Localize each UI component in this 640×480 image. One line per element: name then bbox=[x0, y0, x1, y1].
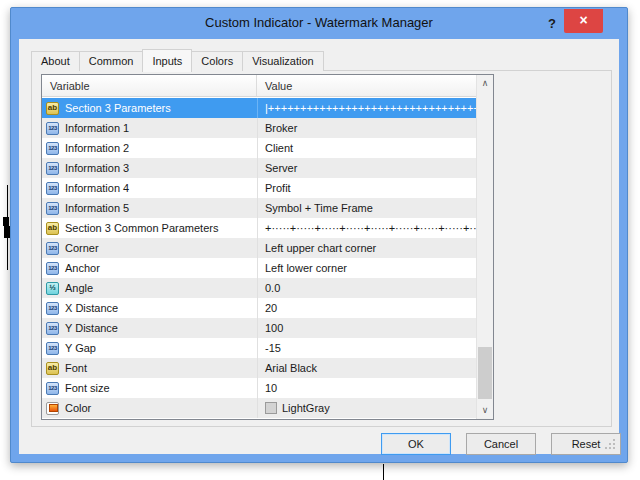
table-row[interactable]: 123 X Distance 20 bbox=[42, 298, 476, 318]
table-header: Variable Value bbox=[42, 75, 476, 97]
table-row[interactable]: 123 Font size 10 bbox=[42, 378, 476, 398]
variable-label: Font bbox=[65, 362, 87, 374]
variable-label: Information 5 bbox=[65, 202, 129, 214]
table-row[interactable]: 123 Information 3 Server bbox=[42, 158, 476, 178]
string-param-icon: ab bbox=[46, 362, 59, 375]
value-label: 20 bbox=[265, 302, 277, 314]
table-row[interactable]: 123 Corner Left upper chart corner bbox=[42, 238, 476, 258]
scroll-down-icon[interactable]: ∨ bbox=[477, 402, 493, 419]
variable-cell: 123 Y Distance bbox=[42, 318, 257, 338]
string-param-icon: ab bbox=[46, 222, 59, 235]
number-param-icon: 123 bbox=[46, 142, 59, 155]
table-row[interactable]: 123 Information 2 Client bbox=[42, 138, 476, 158]
help-icon[interactable]: ? bbox=[541, 11, 563, 36]
table-row[interactable]: 123 Information 5 Symbol + Time Frame bbox=[42, 198, 476, 218]
variable-cell: 123 Information 5 bbox=[42, 198, 257, 218]
value-cell: Server bbox=[257, 158, 476, 178]
variable-label: Information 1 bbox=[65, 122, 129, 134]
variable-label: Anchor bbox=[65, 262, 100, 274]
table-row[interactable]: ab Section 3 Common Parameters +·····+··… bbox=[42, 218, 476, 238]
table-row[interactable]: 123 Anchor Left lower corner bbox=[42, 258, 476, 278]
value-label: Server bbox=[265, 162, 297, 174]
table-row[interactable]: 123 Y Gap -15 bbox=[42, 338, 476, 358]
value-label: Left upper chart corner bbox=[265, 242, 376, 254]
table-row[interactable]: Color LightGray bbox=[42, 398, 476, 418]
value-label: Left lower corner bbox=[265, 262, 347, 274]
table-row[interactable]: 123 Information 4 Profit bbox=[42, 178, 476, 198]
variable-cell: 123 Information 3 bbox=[42, 158, 257, 178]
scrollbar-thumb[interactable] bbox=[478, 347, 492, 399]
close-icon[interactable]: × bbox=[564, 9, 603, 33]
tab-inputs[interactable]: Inputs bbox=[142, 49, 192, 72]
value-cell: -15 bbox=[257, 338, 476, 358]
value-label: -15 bbox=[265, 342, 281, 354]
value-cell: +·····+·····+·····+·····+·····+·····+···… bbox=[257, 218, 476, 238]
variable-label: Information 3 bbox=[65, 162, 129, 174]
table-row[interactable]: ab Section 3 Parameters |+++++++++++++++… bbox=[42, 98, 476, 118]
number-param-icon: 123 bbox=[46, 342, 59, 355]
tab-visualization[interactable]: Visualization bbox=[242, 51, 324, 71]
variable-label: Y Gap bbox=[65, 342, 96, 354]
tab-about[interactable]: About bbox=[31, 51, 80, 71]
table-row[interactable]: ½ Angle 0.0 bbox=[42, 278, 476, 298]
tab-common[interactable]: Common bbox=[79, 51, 144, 71]
value-cell: 100 bbox=[257, 318, 476, 338]
value-cell: |++++++++++++++++++++++++++++++++++| bbox=[257, 98, 476, 118]
value-cell: 20 bbox=[257, 298, 476, 318]
variable-cell: ab Section 3 Common Parameters bbox=[42, 218, 257, 238]
resize-grip[interactable] bbox=[605, 447, 607, 449]
variable-label: Corner bbox=[65, 242, 99, 254]
variable-cell: ab Section 3 Parameters bbox=[42, 98, 257, 118]
table-row[interactable]: 123 Information 1 Broker bbox=[42, 118, 476, 138]
table-row[interactable]: 123 Y Distance 100 bbox=[42, 318, 476, 338]
custom-indicator-dialog: Custom Indicator - Watermark Manager ? ×… bbox=[10, 7, 628, 463]
variable-cell: 123 Information 1 bbox=[42, 118, 257, 138]
number-param-icon: 123 bbox=[46, 182, 59, 195]
color-param-icon bbox=[46, 402, 59, 415]
column-header-value: Value bbox=[257, 75, 476, 96]
variable-label: Information 2 bbox=[65, 142, 129, 154]
value-label: 100 bbox=[265, 322, 283, 334]
value-label: |++++++++++++++++++++++++++++++++++| bbox=[265, 102, 476, 114]
value-label: Client bbox=[265, 142, 293, 154]
variable-cell: ab Font bbox=[42, 358, 257, 378]
vertical-scrollbar[interactable]: ∧ ∨ bbox=[476, 75, 493, 419]
parameters-table: Variable Value ab Section 3 Parameters |… bbox=[41, 74, 494, 420]
string-param-icon: ab bbox=[46, 102, 59, 115]
variable-cell: 123 Y Gap bbox=[42, 338, 257, 358]
value-label: 10 bbox=[265, 382, 277, 394]
decimal-param-icon: ½ bbox=[46, 282, 59, 295]
number-param-icon: 123 bbox=[46, 382, 59, 395]
table-row[interactable]: ab Font Arial Black bbox=[42, 358, 476, 378]
cancel-button[interactable]: Cancel bbox=[466, 433, 536, 455]
variable-label: Section 3 Parameters bbox=[65, 102, 171, 114]
number-param-icon: 123 bbox=[46, 322, 59, 335]
ok-button[interactable]: OK bbox=[381, 433, 451, 455]
tab-strip: About Common Inputs Colors Visualization bbox=[31, 48, 323, 71]
scroll-up-icon[interactable]: ∧ bbox=[477, 75, 493, 92]
value-label: LightGray bbox=[282, 402, 330, 414]
param-table-body: ab Section 3 Parameters |+++++++++++++++… bbox=[42, 98, 476, 419]
reset-button[interactable]: Reset bbox=[551, 433, 621, 455]
color-swatch bbox=[265, 402, 277, 414]
variable-label: Font size bbox=[65, 382, 110, 394]
value-cell: Left lower corner bbox=[257, 258, 476, 278]
variable-cell: 123 Anchor bbox=[42, 258, 257, 278]
value-cell: Arial Black bbox=[257, 358, 476, 378]
dialog-client-area: About Common Inputs Colors Visualization… bbox=[19, 39, 619, 454]
variable-cell: 123 Corner bbox=[42, 238, 257, 258]
variable-cell: 123 Information 2 bbox=[42, 138, 257, 158]
window-title: Custom Indicator - Watermark Manager bbox=[11, 8, 627, 38]
value-cell: 0.0 bbox=[257, 278, 476, 298]
number-param-icon: 123 bbox=[46, 242, 59, 255]
variable-cell: Color bbox=[42, 398, 257, 418]
chart-vertical-line bbox=[383, 464, 384, 480]
titlebar[interactable]: Custom Indicator - Watermark Manager bbox=[11, 8, 627, 39]
number-param-icon: 123 bbox=[46, 302, 59, 315]
tab-colors[interactable]: Colors bbox=[191, 51, 243, 71]
variable-label: Angle bbox=[65, 282, 93, 294]
value-cell: Symbol + Time Frame bbox=[257, 198, 476, 218]
value-cell: 10 bbox=[257, 378, 476, 398]
variable-label: Y Distance bbox=[65, 322, 118, 334]
number-param-icon: 123 bbox=[46, 122, 59, 135]
